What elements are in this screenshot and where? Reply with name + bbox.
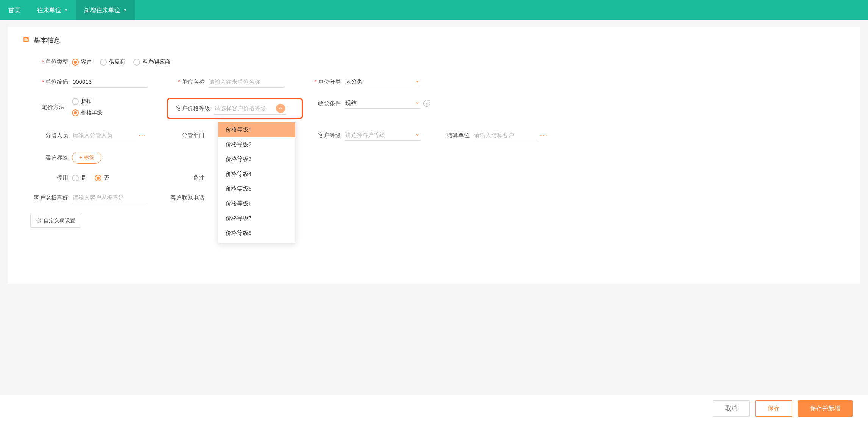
dropdown-item[interactable]: 价格等级3: [218, 152, 295, 167]
more-icon[interactable]: ···: [139, 131, 147, 139]
dropdown-item[interactable]: 价格等级7: [218, 211, 295, 226]
label-assigned-dept: 分管部门: [167, 132, 208, 139]
radio-supplier[interactable]: 供应商: [100, 59, 125, 66]
unit-type-radio-group: 客户 供应商 客户/供应商: [72, 59, 170, 66]
radio-disabled-no[interactable]: 否: [95, 175, 109, 181]
help-icon[interactable]: ?: [423, 100, 430, 107]
svg-point-4: [38, 220, 39, 221]
label-pricing-method: 定价方法: [30, 104, 72, 111]
price-level-dropdown: 价格等级1价格等级2价格等级3价格等级4价格等级5价格等级6价格等级7价格等级8: [218, 120, 295, 243]
add-tag-button[interactable]: + 标签: [72, 152, 101, 164]
unit-code-input[interactable]: [72, 76, 148, 88]
label-settlement-unit: 结算单位: [439, 132, 473, 139]
label-unit-category: *单位分类: [303, 78, 345, 86]
unit-category-select[interactable]: 未分类: [345, 77, 420, 87]
chevron-down-icon: [415, 100, 420, 106]
radio-disabled-yes[interactable]: 是: [72, 175, 86, 181]
tab-add-unit[interactable]: 新增往来单位 ×: [76, 0, 135, 20]
more-icon[interactable]: ···: [540, 131, 548, 139]
settlement-unit-input[interactable]: [473, 130, 538, 141]
close-icon[interactable]: ×: [64, 7, 67, 13]
label-unit-type: *单位类型: [30, 58, 72, 66]
custom-fields-button[interactable]: 自定义项设置: [30, 214, 81, 228]
dropdown-item[interactable]: 价格等级4: [218, 167, 295, 181]
section-title-text: 基本信息: [33, 36, 61, 45]
svg-rect-3: [25, 40, 28, 41]
label-unit-code: *单位编码: [30, 78, 72, 86]
dropdown-item[interactable]: 价格等级2: [218, 137, 295, 152]
label-contact-phone: 客户联系电话: [167, 194, 208, 202]
boss-preference-input[interactable]: [72, 192, 148, 203]
tab-home[interactable]: 首页: [0, 0, 29, 20]
svg-rect-2: [25, 39, 28, 40]
label-boss-preference: 客户老板喜好: [30, 194, 72, 202]
payment-terms-select[interactable]: 现结: [345, 98, 420, 109]
chevron-down-icon: [415, 132, 420, 138]
label-price-level: 客户价格等级: [173, 105, 214, 112]
form-page: 基本信息 *单位类型 客户 供应商 客户/供应商 *单位编码: [8, 27, 860, 284]
tab-unit-list[interactable]: 往来单位 ×: [29, 0, 76, 20]
gear-icon: [36, 218, 41, 224]
customer-level-select[interactable]: 请选择客户等级: [345, 130, 420, 141]
radio-both[interactable]: 客户/供应商: [133, 59, 170, 66]
price-level-select[interactable]: 请选择客户价格等级: [214, 102, 286, 115]
radio-price-level[interactable]: 价格等级: [72, 109, 167, 116]
chevron-up-icon: [276, 104, 285, 113]
dropdown-item[interactable]: 价格等级6: [218, 196, 295, 211]
dropdown-item[interactable]: 价格等级8: [218, 226, 295, 241]
label-assigned-person: 分管人员: [30, 132, 72, 139]
label-customer-level: 客户等级: [303, 132, 345, 139]
chevron-down-icon: [415, 79, 420, 85]
unit-name-input[interactable]: [208, 76, 284, 88]
form-icon: [23, 36, 30, 45]
price-level-highlighted-field: 客户价格等级 请选择客户价格等级: [167, 98, 303, 119]
dropdown-item[interactable]: 价格等级5: [218, 181, 295, 196]
assigned-person-input[interactable]: [72, 130, 136, 141]
dropdown-item[interactable]: 价格等级1: [218, 122, 295, 137]
label-disabled: 停用: [30, 174, 72, 181]
svg-rect-1: [25, 38, 27, 39]
radio-discount[interactable]: 折扣: [72, 98, 167, 105]
radio-customer[interactable]: 客户: [72, 59, 92, 66]
label-payment-terms: 收款条件: [303, 100, 345, 107]
label-unit-name: *单位名称: [167, 78, 208, 86]
tab-bar: 首页 往来单位 × 新增往来单位 ×: [0, 0, 868, 20]
section-title: 基本信息: [23, 36, 845, 45]
close-icon[interactable]: ×: [123, 7, 126, 13]
label-remarks: 备注: [167, 174, 208, 181]
label-customer-tag: 客户标签: [30, 154, 72, 161]
